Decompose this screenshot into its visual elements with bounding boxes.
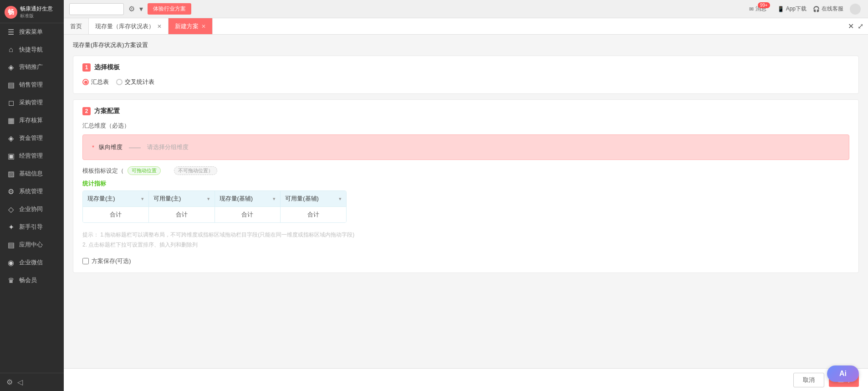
topbar-right: ✉ 消息 99+ 📱 App下载 🎧 在线客服 [749, 4, 863, 15]
user-profile[interactable] [850, 4, 863, 15]
sidebar-nav: ☰ 搜索菜单 ⌂ 快捷导航 ◈ 营销推广 ▤ 销售管理 ◻ 采购管理 ▦ 库存核… [0, 23, 64, 373]
tab-inventory-close[interactable]: ✕ [157, 23, 162, 30]
dimension-field-label: 纵向维度 [99, 143, 123, 151]
search-input[interactable] [69, 3, 124, 15]
settings-icon[interactable]: ⚙ [6, 378, 13, 386]
message-badge: 99+ [758, 2, 770, 8]
tab-inventory-status[interactable]: 现存量（库存状况表） ✕ [89, 18, 168, 34]
col-dropdown-1[interactable]: ▾ [207, 196, 210, 202]
radio-cross[interactable]: 交叉统计表 [116, 78, 154, 86]
sidebar-item-label: 销售管理 [19, 81, 43, 89]
sidebar-item-label: 应用中心 [19, 241, 43, 249]
stats-col-1[interactable]: 可用量(主) ▾ [149, 191, 215, 206]
sidebar-item-enterprise[interactable]: ◇ 企业协同 [0, 201, 64, 218]
stats-header-row: 现存量(主) ▾ 可用量(主) ▾ 现存量(基辅) ▾ 可用量(基辅) [83, 191, 346, 206]
headset-icon: 🎧 [813, 6, 820, 12]
sidebar-item-label: 基础信息 [19, 170, 43, 178]
tab-new-plan-close[interactable]: ✕ [201, 23, 206, 30]
sidebar-item-member[interactable]: ♛ 畅会员 [0, 272, 64, 289]
dropdown-icon[interactable]: ▾ [139, 5, 143, 13]
tabbar: 首页 现存量（库存状况表） ✕ 新建方案 ✕ ✕ ⤢ [64, 18, 868, 35]
sidebar: 畅 畅康通好生意 标准版 ☰ 搜索菜单 ⌂ 快捷导航 ◈ 营销推广 ▤ 销售管理… [0, 0, 64, 391]
stats-col-2[interactable]: 现存量(基辅) ▾ [215, 191, 281, 206]
sidebar-item-quick-nav[interactable]: ⌂ 快捷导航 [0, 41, 64, 58]
inventory-icon: ▦ [6, 116, 15, 125]
sidebar-item-label: 企业微信 [19, 258, 43, 267]
volume-icon[interactable]: ◁ [17, 378, 23, 386]
cancel-button[interactable]: 取消 [793, 373, 824, 387]
basic-info-icon: ▨ [6, 170, 15, 178]
sales-icon: ▤ [6, 81, 15, 89]
step2-num: 2 [82, 107, 91, 115]
enterprise-icon: ◇ [6, 205, 15, 214]
member-icon: ♛ [6, 276, 15, 285]
save-label: 方案保存(可选) [92, 257, 131, 265]
sidebar-item-finance[interactable]: ◈ 资金管理 [0, 129, 64, 147]
sidebar-item-inventory[interactable]: ▦ 库存核算 [0, 112, 64, 129]
message-btn[interactable]: ✉ 消息 99+ [749, 5, 766, 13]
save-checkbox[interactable] [82, 258, 89, 264]
wechat-icon: ◉ [6, 258, 15, 267]
dimension-placeholder[interactable]: 请选择分组维度 [147, 143, 189, 151]
app-logo: 畅 畅康通好生意 标准版 [0, 0, 64, 23]
col-dropdown-0[interactable]: ▾ [141, 196, 144, 202]
ai-fab[interactable]: Ai [827, 365, 859, 382]
app-center-icon: ▤ [6, 241, 15, 249]
marketing-icon: ◈ [6, 63, 15, 72]
sidebar-item-app-center[interactable]: ▤ 应用中心 [0, 236, 64, 254]
sidebar-item-sales[interactable]: ▤ 销售管理 [0, 76, 64, 94]
main-area: ⚙ ▾ 体验行业方案 ✉ 消息 99+ 📱 App下载 🎧 在线客服 [64, 0, 868, 391]
col-dropdown-2[interactable]: ▾ [273, 196, 276, 202]
tab-inventory-label: 现存量（库存状况表） [95, 22, 154, 31]
stats-cell-0-0: 合计 [83, 207, 149, 222]
operations-icon: ▣ [6, 152, 15, 160]
stats-col-label-2: 现存量(基辅) [220, 195, 253, 203]
indicator-settings: 模板指标设定（ 可拖动位置 不可拖动位置） [82, 166, 849, 175]
stats-col-label-3: 可用量(基辅) [285, 195, 319, 203]
online-service-btn[interactable]: 🎧 在线客服 [813, 5, 843, 13]
sidebar-item-label: 营销推广 [19, 63, 43, 71]
sidebar-item-label: 企业协同 [19, 205, 43, 213]
sidebar-item-search-menu[interactable]: ☰ 搜索菜单 [0, 23, 64, 41]
sidebar-item-label: 库存核算 [19, 116, 43, 124]
sidebar-item-purchase[interactable]: ◻ 采购管理 [0, 94, 64, 112]
stats-col-0[interactable]: 现存量(主) ▾ [83, 191, 149, 206]
step1-label: 1 选择模板 [82, 63, 849, 72]
content-area: 现存量(库存状况表)方案设置 1 选择模板 汇总表 交叉统计表 2 [64, 35, 868, 368]
no-drag-tag: 不可拖动位置） [174, 166, 217, 175]
avatar [850, 4, 861, 15]
col-dropdown-3[interactable]: ▾ [339, 196, 342, 202]
radio-summary-circle [82, 79, 89, 85]
dimension-row: * 纵向维度 —— 请选择分组维度 [82, 134, 849, 160]
sidebar-item-system[interactable]: ⚙ 系统管理 [0, 183, 64, 201]
stats-col-label-0: 现存量(主) [87, 195, 115, 203]
industry-btn[interactable]: 体验行业方案 [148, 3, 191, 15]
step1-card: 1 选择模板 汇总表 交叉统计表 [73, 56, 859, 94]
step2-card: 2 方案配置 汇总维度（必选） * 纵向维度 —— 请选择分组维度 模板指标设定… [73, 99, 859, 273]
guide-icon: ✦ [6, 223, 15, 232]
sidebar-item-guide[interactable]: ✦ 新手引导 [0, 218, 64, 236]
save-row: 方案保存(可选) [82, 257, 849, 265]
radio-summary[interactable]: 汇总表 [82, 78, 109, 86]
sidebar-item-label: 搜索菜单 [19, 28, 43, 36]
quick-nav-icon: ⌂ [6, 46, 15, 54]
step2-label: 2 方案配置 [82, 107, 849, 115]
sidebar-item-basic-info[interactable]: ▨ 基础信息 [0, 165, 64, 183]
window-expand-icon[interactable]: ⤢ [858, 22, 863, 31]
stats-col-3[interactable]: 可用量(基辅) ▾ [281, 191, 346, 206]
tab-home[interactable]: 首页 [64, 18, 89, 34]
sidebar-item-operations[interactable]: ▣ 经营管理 [0, 147, 64, 165]
sidebar-item-label: 新手引导 [19, 223, 43, 231]
sidebar-item-marketing[interactable]: ◈ 营销推广 [0, 58, 64, 76]
tab-new-plan-label: 新建方案 [175, 22, 199, 31]
stats-cell-0-3: 合计 [281, 207, 346, 222]
gear-icon[interactable]: ⚙ [128, 5, 135, 13]
tab-new-plan[interactable]: 新建方案 ✕ [168, 18, 213, 34]
radio-summary-label: 汇总表 [91, 78, 109, 86]
step1-num: 1 [82, 63, 91, 72]
sidebar-item-label: 资金管理 [19, 134, 43, 142]
window-close-icon[interactable]: ✕ [848, 22, 854, 31]
search-menu-icon: ☰ [6, 28, 15, 36]
sidebar-item-wechat[interactable]: ◉ 企业微信 [0, 254, 64, 272]
app-download-btn[interactable]: 📱 App下载 [777, 5, 807, 13]
